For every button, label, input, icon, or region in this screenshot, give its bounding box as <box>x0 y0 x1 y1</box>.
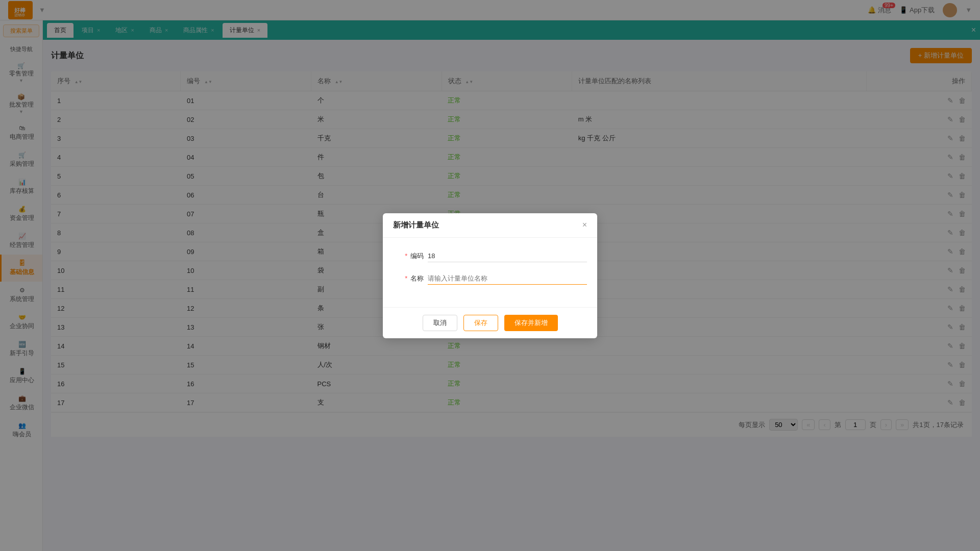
save-and-new-button[interactable]: 保存并新增 <box>504 315 558 331</box>
code-label-text: 编码 <box>410 252 424 260</box>
name-required-mark: * <box>405 274 407 282</box>
modal-overlay: 新增计量单位 × * 编码 * 名称 取消 保存 保存并新增 <box>0 0 980 551</box>
code-input[interactable] <box>428 250 587 262</box>
name-input[interactable] <box>428 272 587 285</box>
cancel-button[interactable]: 取消 <box>423 315 457 331</box>
code-required-mark: * <box>405 252 407 260</box>
form-row-name: * 名称 <box>393 272 587 285</box>
modal-close-button[interactable]: × <box>582 220 587 230</box>
modal-body: * 编码 * 名称 <box>383 238 597 307</box>
add-unit-modal: 新增计量单位 × * 编码 * 名称 取消 保存 保存并新增 <box>383 213 597 338</box>
modal-footer: 取消 保存 保存并新增 <box>383 307 597 338</box>
code-label: * 编码 <box>393 252 424 261</box>
modal-title: 新增计量单位 <box>393 220 439 230</box>
save-button[interactable]: 保存 <box>463 315 498 331</box>
name-label: * 名称 <box>393 274 424 283</box>
form-row-code: * 编码 <box>393 250 587 262</box>
name-label-text: 名称 <box>410 274 424 282</box>
modal-header: 新增计量单位 × <box>383 213 597 238</box>
